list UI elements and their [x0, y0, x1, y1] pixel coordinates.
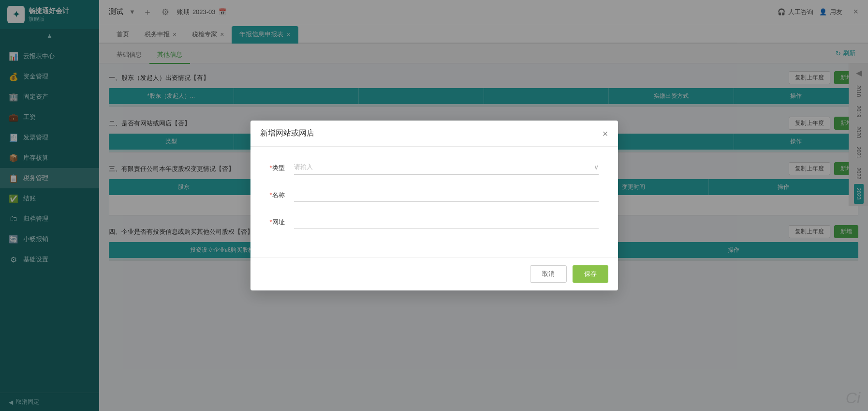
- save-button[interactable]: 保存: [573, 265, 608, 283]
- modal-body: *类型 ∨ *名称 *网址: [250, 147, 618, 257]
- required-marker-url: *: [270, 218, 272, 226]
- modal-close-button[interactable]: ×: [603, 129, 608, 138]
- dropdown-arrow-type[interactable]: ∨: [594, 163, 599, 171]
- modal-header: 新增网站或网店 ×: [250, 121, 618, 147]
- modal-title: 新增网站或网店: [260, 128, 314, 138]
- form-row-type: *类型 ∨: [270, 161, 599, 175]
- form-input-url[interactable]: [294, 215, 599, 227]
- form-input-wrapper-name: [294, 188, 599, 202]
- form-input-wrapper-type: ∨: [294, 161, 599, 175]
- modal-footer: 取消 保存: [250, 257, 618, 290]
- modal-dialog: 新增网站或网店 × *类型 ∨ *名称 *网址 取消 保存: [250, 121, 618, 290]
- required-marker-name: *: [270, 191, 272, 198]
- form-input-type[interactable]: [294, 161, 594, 172]
- form-input-name[interactable]: [294, 188, 599, 199]
- form-label-url: *网址: [270, 218, 294, 227]
- required-marker-type: *: [270, 164, 272, 171]
- form-input-wrapper-url: [294, 215, 599, 229]
- form-label-type: *类型: [270, 164, 294, 172]
- form-row-url: *网址: [270, 215, 599, 229]
- form-row-name: *名称: [270, 188, 599, 202]
- cancel-button[interactable]: 取消: [530, 265, 567, 283]
- form-label-name: *名称: [270, 191, 294, 199]
- modal-overlay: 新增网站或网店 × *类型 ∨ *名称 *网址 取消 保存: [0, 0, 868, 411]
